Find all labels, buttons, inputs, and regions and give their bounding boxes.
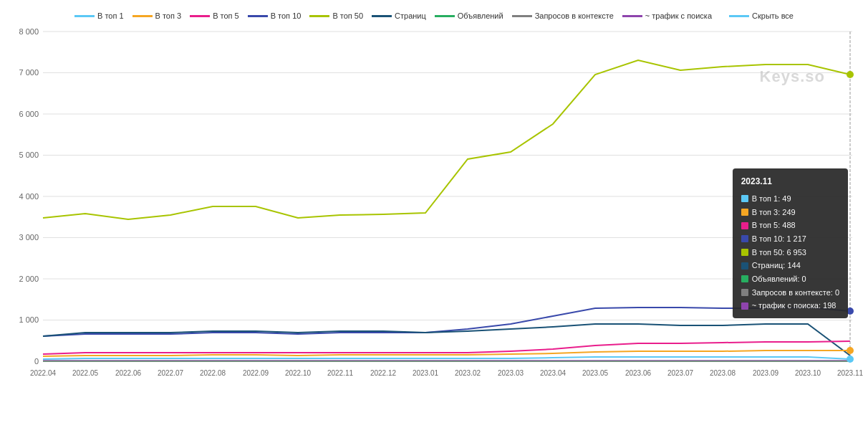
svg-text:2023.11: 2023.11 bbox=[837, 369, 864, 377]
svg-text:2023.08: 2023.08 bbox=[710, 369, 736, 377]
tooltip-label-1: В топ 3: 249 bbox=[752, 206, 796, 219]
tooltip-row-3: В топ 10: 1 217 bbox=[741, 232, 839, 246]
legend-item-traffic[interactable]: ~ трафик с поиска bbox=[622, 11, 712, 20]
legend-color-top50 bbox=[309, 15, 329, 17]
svg-text:6 000: 6 000 bbox=[19, 110, 39, 118]
tooltip-dot-4 bbox=[741, 249, 748, 256]
svg-text:0: 0 bbox=[34, 357, 39, 366]
tooltip-row-7: Запросов в контексте: 0 bbox=[741, 286, 839, 300]
tooltip-dot-2 bbox=[741, 222, 748, 229]
legend-color-ads bbox=[435, 15, 455, 17]
legend-item-ads[interactable]: Объявлений bbox=[435, 11, 503, 20]
legend-item-top3[interactable]: В топ 3 bbox=[132, 11, 182, 20]
legend-label-hide: Скрыть все bbox=[752, 11, 794, 20]
tooltip-dot-3 bbox=[741, 235, 748, 242]
legend-label-traffic: ~ трафик с поиска bbox=[645, 11, 712, 20]
svg-text:8 000: 8 000 bbox=[19, 27, 39, 36]
legend-color-pages bbox=[372, 15, 392, 17]
svg-text:2 000: 2 000 bbox=[19, 275, 39, 283]
tooltip-label-2: В топ 5: 488 bbox=[752, 219, 796, 232]
legend-color-hide bbox=[729, 15, 749, 17]
svg-text:1 000: 1 000 bbox=[19, 315, 39, 324]
dot-top1 bbox=[847, 356, 854, 363]
svg-text:2022.09: 2022.09 bbox=[243, 369, 269, 377]
svg-text:2023.07: 2023.07 bbox=[667, 369, 694, 377]
tooltip-row-8: ~ трафик с поиска: 198 bbox=[741, 299, 839, 313]
tooltip-label-7: Запросов в контексте: 0 bbox=[752, 286, 839, 300]
legend-label-context: Запросов в контексте bbox=[535, 11, 614, 20]
legend-color-top5 bbox=[190, 15, 210, 17]
legend-color-top3 bbox=[132, 15, 153, 17]
tooltip-row-0: В топ 1: 49 bbox=[741, 192, 839, 206]
tooltip-dot-5 bbox=[741, 262, 748, 270]
svg-text:5 000: 5 000 bbox=[19, 151, 39, 159]
svg-text:7 000: 7 000 bbox=[19, 68, 39, 77]
legend-color-traffic bbox=[622, 15, 642, 17]
tooltip-row-2: В топ 5: 488 bbox=[741, 219, 839, 232]
tooltip-label-6: Объявлений: 0 bbox=[752, 272, 806, 286]
tooltip-row-4: В топ 50: 6 953 bbox=[741, 246, 839, 259]
chart-legend: В топ 1 В топ 3 В топ 5 В топ 10 В топ 5… bbox=[0, 7, 868, 24]
svg-text:2023.01: 2023.01 bbox=[413, 369, 439, 377]
tooltip-label-0: В топ 1: 49 bbox=[752, 192, 791, 206]
legend-color-top1 bbox=[74, 15, 95, 17]
chart-container: В топ 1 В топ 3 В топ 5 В топ 10 В топ 5… bbox=[0, 0, 868, 448]
chart-tooltip: 2023.11 В топ 1: 49 В топ 3: 249 В топ 5… bbox=[733, 168, 848, 318]
tooltip-dot-6 bbox=[741, 275, 748, 282]
svg-text:2022.04: 2022.04 bbox=[30, 369, 57, 377]
svg-text:2023.10: 2023.10 bbox=[795, 369, 821, 377]
tooltip-dot-0 bbox=[741, 195, 748, 202]
legend-item-hide[interactable]: Скрыть все bbox=[729, 11, 794, 20]
legend-label-ads: Объявлений bbox=[458, 11, 503, 20]
svg-text:2023.06: 2023.06 bbox=[625, 369, 652, 377]
tooltip-row-6: Объявлений: 0 bbox=[741, 272, 839, 286]
svg-text:2023.03: 2023.03 bbox=[498, 369, 524, 377]
tooltip-row-5: Страниц: 144 bbox=[741, 259, 839, 272]
legend-item-top50[interactable]: В топ 50 bbox=[309, 11, 363, 20]
svg-text:2022.10: 2022.10 bbox=[285, 369, 312, 377]
svg-text:2023.05: 2023.05 bbox=[582, 369, 609, 377]
svg-text:3 000: 3 000 bbox=[19, 233, 39, 242]
legend-item-context[interactable]: Запросов в контексте bbox=[512, 11, 614, 20]
svg-text:2022.07: 2022.07 bbox=[158, 369, 184, 377]
watermark: Keys.so bbox=[760, 67, 825, 86]
legend-label-top1: В топ 1 bbox=[97, 11, 124, 20]
legend-color-top10 bbox=[248, 15, 268, 17]
svg-text:4 000: 4 000 bbox=[19, 192, 39, 201]
tooltip-label-8: ~ трафик с поиска: 198 bbox=[752, 299, 836, 313]
svg-text:2023.09: 2023.09 bbox=[753, 369, 779, 377]
y-axis-labels: 8 000 7 000 6 000 5 000 4 000 3 000 2 00… bbox=[19, 27, 39, 366]
legend-label-pages: Страниц bbox=[395, 11, 426, 20]
legend-label-top10: В топ 10 bbox=[271, 11, 302, 20]
legend-label-top50: В топ 50 bbox=[332, 11, 363, 20]
tooltip-dot-1 bbox=[741, 209, 748, 216]
tooltip-row-1: В топ 3: 249 bbox=[741, 206, 839, 219]
dot-top3 bbox=[847, 347, 854, 354]
tooltip-dot-7 bbox=[741, 289, 748, 296]
tooltip-label-3: В топ 10: 1 217 bbox=[752, 232, 806, 246]
tooltip-label-4: В топ 50: 6 953 bbox=[752, 246, 806, 259]
legend-color-context bbox=[512, 15, 532, 17]
tooltip-label-5: Страниц: 144 bbox=[752, 259, 801, 272]
legend-label-top5: В топ 5 bbox=[213, 11, 239, 20]
tooltip-dot-8 bbox=[741, 302, 748, 310]
svg-text:2022.12: 2022.12 bbox=[370, 369, 397, 377]
svg-text:2022.05: 2022.05 bbox=[72, 369, 99, 377]
svg-text:2022.08: 2022.08 bbox=[200, 369, 226, 377]
svg-text:2023.04: 2023.04 bbox=[540, 369, 566, 377]
legend-item-top10[interactable]: В топ 10 bbox=[248, 11, 302, 20]
dot-top50 bbox=[847, 71, 854, 78]
legend-label-top3: В топ 3 bbox=[155, 11, 182, 20]
svg-text:2023.02: 2023.02 bbox=[455, 369, 481, 377]
legend-item-top5[interactable]: В топ 5 bbox=[190, 11, 239, 20]
legend-item-top1[interactable]: В топ 1 bbox=[74, 11, 124, 20]
chart-area: Keys.so 8 000 7 000 6 000 bbox=[0, 24, 868, 404]
svg-text:2022.11: 2022.11 bbox=[327, 369, 354, 377]
tooltip-date: 2023.11 bbox=[741, 174, 839, 189]
legend-item-pages[interactable]: Страниц bbox=[372, 11, 426, 20]
x-axis-labels: 2022.04 2022.05 2022.06 2022.07 2022.08 … bbox=[30, 369, 864, 377]
svg-text:2022.06: 2022.06 bbox=[115, 369, 142, 377]
